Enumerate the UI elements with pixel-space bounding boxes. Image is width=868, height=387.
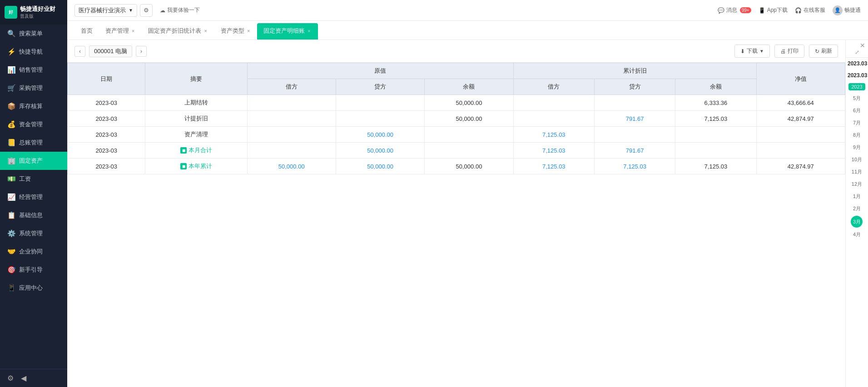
- sidebar-item-inventory[interactable]: 📦 库存核算: [0, 97, 67, 115]
- download-button[interactable]: ⬇ 下载 ▼: [734, 45, 770, 58]
- timeline-month-item[interactable]: 4月: [848, 228, 865, 241]
- timeline-month-item[interactable]: 11月: [848, 166, 865, 178]
- tab-asset-detail-ledger-close[interactable]: ×: [307, 28, 311, 34]
- cell-lj-credit: 7,125.03: [594, 159, 675, 174]
- cell-lj-balance: 7,125.03: [675, 111, 756, 127]
- col-date: 日期: [68, 63, 145, 95]
- company-name: 医疗器械行业演示: [79, 6, 126, 15]
- sidebar-label-salary: 工资: [19, 175, 31, 183]
- cell-yz-debit: [247, 143, 336, 159]
- cell-net-value: 43,666.64: [756, 95, 845, 111]
- sidebar-item-quick-nav[interactable]: ⚡ 快捷导航: [0, 43, 67, 61]
- experience-button[interactable]: ☁ 我要体验一下: [160, 6, 200, 14]
- cell-yz-debit: [247, 95, 336, 111]
- cell-lj-debit: 7,125.03: [513, 127, 594, 143]
- cell-lj-debit: [513, 95, 594, 111]
- sidebar-label-basic-info: 基础信息: [19, 211, 43, 219]
- search-icon: 🔍: [7, 30, 15, 38]
- service-icon: 🎧: [795, 7, 802, 14]
- timeline-month-item[interactable]: 12月: [848, 178, 865, 190]
- table-row: 2023-03 ◼本年累计 50,000.00 50,000.00 50,000…: [68, 159, 845, 174]
- close-panel-button[interactable]: ✕: [860, 42, 868, 49]
- tab-asset-type-label: 资产类型: [221, 27, 244, 35]
- expand-panel-button[interactable]: ⤢: [855, 49, 859, 55]
- timeline-month-item[interactable]: 6月: [848, 104, 865, 117]
- company-selector[interactable]: 医疗器械行业演示 ▼: [74, 4, 137, 17]
- cell-date: 2023-03: [68, 95, 145, 111]
- sidebar-item-sales[interactable]: 📊 销售管理: [0, 61, 67, 79]
- sidebar-item-fixed-assets[interactable]: 🏢 固定资产: [0, 152, 67, 170]
- sidebar-item-collab[interactable]: 🤝 企业协同: [0, 243, 67, 261]
- customer-service-button[interactable]: 🎧 在线客服: [795, 6, 825, 14]
- basic-info-icon: 📋: [7, 211, 15, 219]
- timeline-date1: 2023.03: [846, 58, 868, 69]
- collab-icon: 🤝: [7, 248, 15, 256]
- user-menu[interactable]: 👤 畅捷通: [833, 5, 861, 15]
- dropdown-icon: ▼: [129, 8, 133, 13]
- sidebar-item-operations[interactable]: 📈 经营管理: [0, 188, 67, 206]
- timeline-month-item[interactable]: 7月: [848, 117, 865, 129]
- next-asset-button[interactable]: ›: [136, 46, 147, 57]
- app-download-label: App下载: [767, 6, 788, 14]
- cell-lj-balance: 6,333.36: [675, 95, 756, 111]
- timeline-month-item[interactable]: 3月: [848, 216, 865, 228]
- timeline-month-item[interactable]: 10月: [848, 154, 865, 166]
- logo-title: 畅捷通好业财: [20, 5, 55, 13]
- cell-yz-credit: 50,000.00: [336, 127, 424, 143]
- settings-button[interactable]: ⚙: [140, 4, 153, 17]
- sidebar-item-basic-info[interactable]: 📋 基础信息: [0, 206, 67, 224]
- tab-asset-detail-ledger-label: 固定资产明细账: [263, 27, 305, 35]
- notifications-button[interactable]: 💬 消息 99+: [718, 6, 751, 14]
- tab-asset-type-close[interactable]: ×: [246, 28, 251, 34]
- tab-asset-mgmt-label: 资产管理: [105, 27, 129, 35]
- cell-summary: ◼本年累计: [145, 159, 247, 174]
- sidebar-bottom: ⚙ ◀: [0, 369, 67, 387]
- cell-lj-debit: 7,125.03: [513, 143, 594, 159]
- print-label: 打印: [788, 47, 799, 55]
- sidebar-item-search[interactable]: 🔍 搜索菜单: [0, 25, 67, 43]
- tab-home[interactable]: 首页: [74, 23, 99, 40]
- timeline-month-item[interactable]: 8月: [848, 129, 865, 141]
- cell-summary: 资产清理: [145, 127, 247, 143]
- gear-icon: ⚙: [144, 7, 149, 14]
- prev-asset-button[interactable]: ‹: [74, 46, 85, 57]
- timeline-month-item[interactable]: 9月: [848, 141, 865, 154]
- sidebar-item-salary[interactable]: 💵 工资: [0, 170, 67, 188]
- ledger-icon: 📒: [7, 139, 15, 147]
- sidebar-item-system[interactable]: ⚙️ 系统管理: [0, 224, 67, 243]
- sidebar-item-ledger[interactable]: 📒 总账管理: [0, 134, 67, 152]
- app-download-button[interactable]: 📱 App下载: [759, 6, 788, 14]
- sidebar-label-guide: 新手引导: [19, 266, 43, 274]
- sidebar: 好 畅捷通好业财 普及版 🔍 搜索菜单 ⚡ 快捷导航 📊 销售管理 🛒 采购管理…: [0, 0, 67, 387]
- fixed-assets-icon: 🏢: [7, 157, 15, 165]
- sidebar-label-app-center: 应用中心: [19, 284, 43, 292]
- sidebar-item-purchase[interactable]: 🛒 采购管理: [0, 79, 67, 97]
- timeline-month-item[interactable]: 2月: [848, 203, 865, 215]
- tab-asset-mgmt-close[interactable]: ×: [131, 28, 135, 34]
- year-badge: 2023: [848, 83, 865, 90]
- cell-yz-debit: [247, 127, 336, 143]
- settings-bottom-icon[interactable]: ⚙: [7, 374, 14, 382]
- refresh-button[interactable]: ↻ 刷新: [809, 45, 838, 58]
- collapse-icon[interactable]: ◀: [21, 374, 26, 382]
- tab-depreciation-stats[interactable]: 固定资产折旧统计表 ×: [142, 23, 214, 40]
- tab-asset-mgmt[interactable]: 资产管理 ×: [99, 23, 142, 40]
- col-original-value: 原值: [247, 63, 513, 79]
- active-month: 3月: [851, 216, 863, 228]
- sidebar-item-guide[interactable]: 🎯 新手引导: [0, 261, 67, 279]
- print-button[interactable]: 🖨 打印: [774, 45, 804, 58]
- sidebar-item-app-center[interactable]: 📱 应用中心: [0, 279, 67, 297]
- tab-asset-type[interactable]: 资产类型 ×: [214, 23, 257, 40]
- refresh-label: 刷新: [821, 47, 832, 55]
- cell-date: 2023-03: [68, 143, 145, 159]
- system-icon: ⚙️: [7, 229, 15, 238]
- tab-asset-detail-ledger[interactable]: 固定资产明细账 ×: [257, 23, 317, 40]
- sidebar-item-finance[interactable]: 💰 资金管理: [0, 115, 67, 134]
- sidebar-logo: 好 畅捷通好业财 普及版: [0, 0, 67, 25]
- sidebar-label-operations: 经营管理: [19, 193, 43, 201]
- timeline-month-item[interactable]: 5月: [848, 92, 865, 104]
- header-right: 💬 消息 99+ 📱 App下载 🎧 在线客服 👤 畅捷通: [718, 5, 861, 15]
- tab-depreciation-stats-close[interactable]: ×: [203, 28, 208, 34]
- timeline-month-item[interactable]: 1月: [848, 190, 865, 203]
- content-area: ‹ 000001 电脑 › ⬇ 下载 ▼ 🖨 打印 ↻ 刷新: [67, 40, 868, 387]
